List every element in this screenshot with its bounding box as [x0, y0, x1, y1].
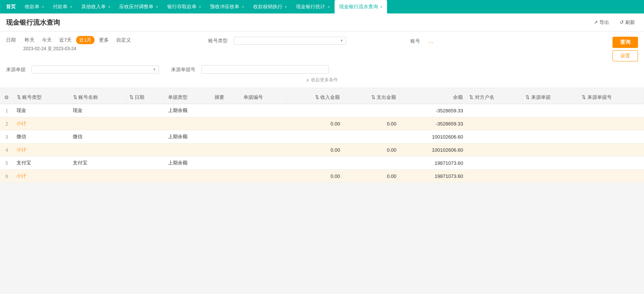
- nav-cash-bank-stat-close-icon[interactable]: ×: [327, 4, 330, 9]
- nav-bank-deposit-close-icon[interactable]: ×: [199, 4, 201, 9]
- cell-balance: -3528659.33: [399, 104, 466, 117]
- cell-date: [126, 170, 165, 183]
- cell-account-name: [70, 143, 126, 157]
- source-doc-no-input[interactable]: [201, 65, 329, 74]
- nav-payment-close-icon[interactable]: ×: [70, 4, 72, 9]
- th-settings[interactable]: ⚙: [0, 91, 14, 104]
- header-actions: ↗ 导出 ↺ 刷新: [591, 18, 638, 27]
- cell-doc-type: 上期余额: [165, 130, 212, 143]
- date-opt-custom[interactable]: 自定义: [113, 36, 134, 44]
- cell-num: 1: [0, 104, 14, 117]
- th-source-doc[interactable]: ⇅ 来源单据: [522, 91, 579, 104]
- nav-cash-bank-flow-label: 现金银行流水查询: [339, 3, 378, 10]
- date-opt-1month[interactable]: 近1月: [76, 36, 95, 44]
- cell-date: [126, 157, 165, 170]
- cell-counterpart: [466, 157, 522, 170]
- table-row[interactable]: 3微信微信上期余额100102606.60: [0, 130, 644, 143]
- cell-expense: [343, 157, 399, 170]
- table-row[interactable]: 6小计0.000.0019871073.60: [0, 170, 644, 183]
- cell-doc-no: [240, 104, 287, 117]
- th-account-name[interactable]: ⇅ 账号名称: [70, 91, 126, 104]
- cell-account-type: 小计: [14, 117, 70, 130]
- nav-item-other-income[interactable]: 其他收入单 ×: [77, 0, 115, 13]
- cell-doc-type: 上期余额: [165, 104, 212, 117]
- export-button[interactable]: ↗ 导出: [591, 18, 612, 27]
- refresh-icon: ↺: [620, 19, 624, 25]
- table-row[interactable]: 5支付宝支付宝上期余额19871073.60: [0, 157, 644, 170]
- date-opt-more[interactable]: 更多: [96, 36, 112, 44]
- cell-balance: -3528659.33: [399, 117, 466, 130]
- nav-other-income-close-icon[interactable]: ×: [108, 4, 110, 9]
- cell-account-name: [70, 170, 126, 183]
- export-icon: ↗: [594, 19, 598, 25]
- nav-pre-receipt-label: 预收冲应收单: [210, 3, 239, 10]
- cell-date: [126, 130, 165, 143]
- settings-button[interactable]: 设置: [612, 50, 638, 61]
- nav-ar-ap-adjust-label: 应收应付调整单: [119, 3, 153, 10]
- table-row[interactable]: 2小计0.000.00-3528659.33: [0, 117, 644, 130]
- cell-account-name: 支付宝: [70, 157, 126, 170]
- nav-item-home[interactable]: 首页: [2, 0, 20, 13]
- table-container: ⚙ ⇅ 账号类型 ⇅ 账号名称 ⇅ 日期 单据类型 摘要 单据编: [0, 91, 644, 183]
- cell-source-doc-no: [579, 143, 644, 157]
- nav-bank-deposit-label: 银行存取款单: [167, 3, 197, 10]
- nav-ar-ap-adjust-close-icon[interactable]: ×: [156, 4, 158, 9]
- th-expense[interactable]: ⇅ 支出金额: [343, 91, 399, 104]
- cell-date: [126, 143, 165, 157]
- page-header: 现金银行流水查询 ↗ 导出 ↺ 刷新: [0, 13, 644, 31]
- cell-doc-no: [240, 130, 287, 143]
- cell-expense: 0.00: [343, 170, 399, 183]
- cell-source-doc-no: [579, 170, 644, 183]
- cell-expense: [343, 104, 399, 117]
- th-source-doc-no[interactable]: ⇅ 来源单据号: [579, 91, 644, 104]
- table-row[interactable]: 1现金现金上期余额-3528659.33: [0, 104, 644, 117]
- collapse-label: 收起更多条件: [311, 77, 338, 83]
- cell-account-name: [70, 117, 126, 130]
- cell-income: [287, 130, 343, 143]
- nav-item-pre-receipt[interactable]: 预收冲应收单 ×: [206, 0, 248, 13]
- th-account-type[interactable]: ⇅ 账号类型: [14, 91, 70, 104]
- date-range-display: 2023-02-24 至 2023-03-24: [23, 46, 76, 52]
- collapse-bar[interactable]: ∧ 收起更多条件: [6, 75, 638, 83]
- nav-item-bank-deposit[interactable]: 银行存取款单 ×: [163, 0, 206, 13]
- nav-payment-label: 付款单: [53, 3, 68, 10]
- date-opt-today[interactable]: 今天: [39, 36, 55, 44]
- nav-item-cash-bank-flow[interactable]: 现金银行流水查询 ×: [335, 0, 387, 13]
- nav-home-label: 首页: [6, 3, 16, 10]
- cell-summary: [212, 130, 240, 143]
- th-income[interactable]: ⇅ 收入金额: [287, 91, 343, 104]
- refresh-button[interactable]: ↺ 刷新: [617, 18, 638, 27]
- date-opt-7days[interactable]: 近7天: [56, 36, 75, 44]
- account-type-select[interactable]: ▾: [234, 37, 346, 45]
- nav-item-cash-bank-stat[interactable]: 现金银行统计 ×: [291, 0, 334, 13]
- table-row[interactable]: 4小计0.000.00100102606.60: [0, 143, 644, 157]
- table-header-row: ⚙ ⇅ 账号类型 ⇅ 账号名称 ⇅ 日期 单据类型 摘要 单据编: [0, 91, 644, 104]
- nav-item-payment[interactable]: 付款单 ×: [48, 0, 77, 13]
- query-button[interactable]: 查询: [612, 37, 638, 48]
- cell-income: [287, 104, 343, 117]
- nav-item-receipt[interactable]: 收款单 ×: [20, 0, 48, 13]
- cell-doc-no: [240, 143, 287, 157]
- nav-pre-receipt-close-icon[interactable]: ×: [242, 4, 244, 9]
- cell-balance: 100102606.60: [399, 143, 466, 157]
- nav-item-receipt-verify[interactable]: 收款核销执行 ×: [249, 0, 291, 13]
- cell-counterpart: [466, 170, 522, 183]
- th-account-name-label: ⇅ 账号名称: [73, 94, 98, 100]
- th-counterpart[interactable]: ⇅ 对方户名: [466, 91, 522, 104]
- th-date[interactable]: ⇅ 日期: [126, 91, 165, 104]
- cell-summary: [212, 104, 240, 117]
- nav-receipt-verify-close-icon[interactable]: ×: [285, 4, 287, 9]
- nav-receipt-close-icon[interactable]: ×: [42, 4, 44, 9]
- refresh-label: 刷新: [625, 19, 635, 26]
- source-doc-select[interactable]: ▾: [32, 66, 159, 73]
- settings-gear-icon[interactable]: ⚙: [4, 94, 9, 100]
- cell-doc-no: [240, 170, 287, 183]
- account-ellipsis-button[interactable]: ...: [426, 37, 435, 46]
- account-label: 账号: [410, 38, 420, 45]
- nav-cash-bank-flow-close-icon[interactable]: ×: [380, 4, 383, 9]
- cell-source-doc: [522, 170, 579, 183]
- date-opt-yesterday[interactable]: 昨天: [22, 36, 38, 44]
- nav-item-ar-ap-adjust[interactable]: 应收应付调整单 ×: [115, 0, 162, 13]
- cell-account-type: 支付宝: [14, 157, 70, 170]
- collapse-up-icon: ∧: [306, 78, 309, 83]
